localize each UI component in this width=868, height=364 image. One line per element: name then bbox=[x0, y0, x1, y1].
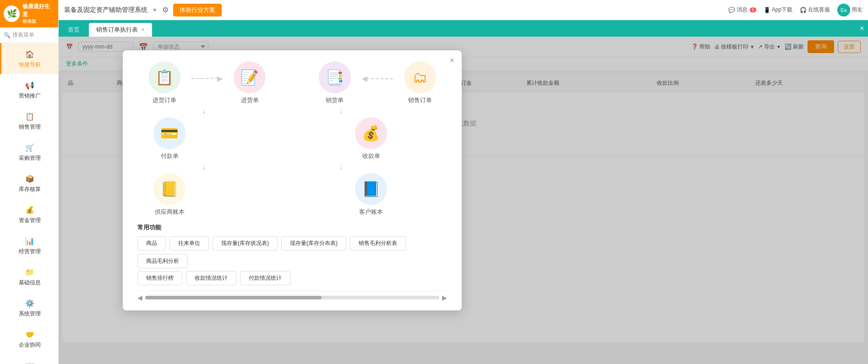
message-item[interactable]: 💬 消息 5 bbox=[728, 6, 756, 14]
flow-chart: 📋 进货订单 ▶ 📝 进货单 bbox=[137, 61, 447, 216]
flow-node-payment[interactable]: 💳 付款单 bbox=[137, 117, 202, 160]
sales-bill-icon: 📑 bbox=[326, 69, 344, 86]
purchase-order-circle[interactable]: 📋 bbox=[148, 61, 180, 93]
quick-nav-icon: 🏠 bbox=[24, 49, 35, 60]
func-btns-row1: 商品 往来单位 现存量(库存状况表) 现存量(库存分布表) 销售毛利分析表 商品… bbox=[137, 236, 447, 268]
sidebar-item-label-6: 经营管理 bbox=[19, 248, 41, 255]
service-icon: 🎧 bbox=[800, 7, 807, 13]
payment-icon: 💳 bbox=[160, 125, 179, 142]
receipt-circle[interactable]: 💰 bbox=[355, 117, 387, 149]
func-btn-product-profit[interactable]: 商品毛利分析 bbox=[137, 254, 188, 268]
sales-order-label: 销售订单 bbox=[408, 96, 432, 104]
tab-home-label: 首页 bbox=[68, 26, 80, 34]
flow-modal: × 📋 进货订单 ▶ 📝 bbox=[123, 50, 462, 310]
sidebar-item-label-1: 营销推广 bbox=[19, 92, 41, 100]
arrow-purchase-to-bill: ▶ bbox=[191, 74, 223, 92]
app-download-item[interactable]: 📱 App下载 bbox=[764, 6, 792, 14]
scroll-track[interactable] bbox=[145, 296, 439, 299]
flow-arrows-row: ↓ ↓ bbox=[137, 105, 447, 117]
search-icon: 🔍 bbox=[4, 32, 11, 38]
sidebar-item-finance[interactable]: 💰 资金管理 bbox=[0, 199, 58, 230]
customer-ledger-circle[interactable]: 📘 bbox=[355, 173, 387, 205]
purchase-bill-circle[interactable]: 📝 bbox=[234, 61, 266, 93]
down-arrow-icon-1: ↓ bbox=[202, 107, 206, 115]
flow-row-1: 📋 进货订单 ▶ 📝 进货单 bbox=[137, 61, 447, 104]
sidebar-item-sales[interactable]: 📋 销售管理 bbox=[0, 105, 58, 136]
left-arrow-icon: ▶ bbox=[362, 74, 367, 83]
purchase-bill-label: 进货单 bbox=[241, 96, 259, 104]
sidebar-item-operation[interactable]: 📊 经营管理 bbox=[0, 230, 58, 261]
operation-icon: 📊 bbox=[24, 235, 35, 246]
search-label: 搜索菜单 bbox=[12, 31, 34, 39]
flow-node-sales-bill[interactable]: 📑 销货单 bbox=[308, 61, 362, 104]
purchase-bill-icon: 📝 bbox=[240, 69, 259, 86]
sidebar-item-quick-nav[interactable]: 🏠 快捷导航 bbox=[0, 43, 58, 74]
sales-order-circle[interactable]: 🗂 bbox=[404, 61, 436, 93]
sales-bill-circle[interactable]: 📑 bbox=[319, 61, 351, 93]
payment-circle[interactable]: 💳 bbox=[153, 117, 186, 149]
tab-sales-order-exec[interactable]: 销售订单执行表 × bbox=[89, 23, 152, 37]
func-btn-sales-profit[interactable]: 销售毛利分析表 bbox=[350, 236, 406, 250]
tab-home[interactable]: 首页 bbox=[60, 23, 87, 37]
arrow-sales-order-to-bill: ▶ bbox=[362, 74, 393, 92]
sales-order-icon: 🗂 bbox=[413, 69, 427, 86]
gear-icon[interactable]: ⚙ bbox=[162, 5, 169, 14]
sidebar-item-system[interactable]: ⚙️ 系统管理 bbox=[0, 292, 58, 323]
dropdown-arrow-icon: ▼ bbox=[152, 7, 158, 13]
flow-row-2: 💳 付款单 💰 收款单 bbox=[137, 117, 447, 160]
supplier-ledger-circle[interactable]: 📒 bbox=[153, 173, 186, 205]
experience-btn[interactable]: 体验行业方案 bbox=[173, 4, 222, 16]
flow-node-purchase-bill[interactable]: 📝 进货单 bbox=[223, 61, 277, 104]
guide-icon: 📖 bbox=[24, 360, 35, 364]
down-arrow-icon-2: ↓ bbox=[339, 107, 343, 115]
close-all-tabs-icon[interactable]: × bbox=[859, 24, 864, 33]
top-header: 装备及固定资产辅助管理系统 ▼ ⚙ 体验行业方案 💬 消息 5 📱 App下载 … bbox=[59, 0, 868, 20]
sidebar-logo: 🌿 畅康通好生意 标准版 bbox=[0, 0, 58, 27]
tab-sales-order-exec-label: 销售订单执行表 bbox=[96, 26, 138, 34]
sidebar-search[interactable]: 🔍 搜索菜单 bbox=[0, 27, 58, 43]
flow-node-sales-order[interactable]: 🗂 销售订单 bbox=[393, 61, 447, 104]
cooperation-icon: 🤝 bbox=[24, 329, 35, 340]
modal-overlay[interactable]: × 📋 进货订单 ▶ 📝 bbox=[59, 37, 868, 364]
sidebar-item-marketing[interactable]: 📢 营销推广 bbox=[0, 74, 58, 105]
flow-node-purchase-order[interactable]: 📋 进货订单 bbox=[137, 61, 191, 104]
sidebar-item-cooperation[interactable]: 🤝 企业协同 bbox=[0, 323, 58, 354]
down-arrow-icon-4: ↓ bbox=[339, 163, 343, 171]
down-arrow-icon-3: ↓ bbox=[202, 163, 206, 171]
purchase-order-label: 进货订单 bbox=[153, 96, 176, 104]
tab-close-icon[interactable]: × bbox=[142, 27, 145, 33]
sales-icon: 📋 bbox=[24, 111, 35, 122]
logo-title: 畅康通好生意 bbox=[22, 3, 55, 18]
user-info[interactable]: Ea 用友 bbox=[837, 4, 863, 16]
func-btn-receipt-stats[interactable]: 收款情况统计 bbox=[186, 271, 236, 285]
func-btn-counterpart[interactable]: 往来单位 bbox=[169, 236, 209, 250]
online-service-item[interactable]: 🎧 在线客服 bbox=[800, 6, 830, 14]
purchase-order-icon: 📋 bbox=[155, 69, 174, 86]
supplier-ledger-label: 供应商账本 bbox=[155, 208, 185, 216]
receipt-label: 收款单 bbox=[362, 152, 380, 160]
supplier-ledger-icon: 📒 bbox=[160, 180, 179, 198]
sidebar-item-label-2: 销售管理 bbox=[19, 123, 41, 131]
down-arrow-sales: ↓ bbox=[275, 105, 376, 117]
basic-icon: 📁 bbox=[24, 266, 35, 277]
func-btn-product[interactable]: 商品 bbox=[137, 236, 166, 250]
sidebar-item-basic[interactable]: 📁 基础信息 bbox=[0, 261, 58, 292]
sidebar-nav: 🏠 快捷导航 📢 营销推广 📋 销售管理 🛒 采购管理 📦 库存核算 💰 资金管… bbox=[0, 43, 58, 364]
flow-node-receipt[interactable]: 💰 收款单 bbox=[339, 117, 403, 160]
sidebar-item-purchase[interactable]: 🛒 采购管理 bbox=[0, 136, 58, 168]
flow-node-supplier-ledger[interactable]: 📒 供应商账本 bbox=[137, 173, 202, 216]
receipt-icon: 💰 bbox=[362, 125, 380, 142]
scroll-left-arrow[interactable]: ◀ bbox=[137, 294, 142, 301]
flow-node-customer-ledger[interactable]: 📘 客户账本 bbox=[339, 173, 403, 216]
right-arrow-icon: ▶ bbox=[217, 74, 223, 83]
sidebar-item-guide[interactable]: 📖 新手引导 bbox=[0, 354, 58, 364]
sidebar-item-inventory[interactable]: 📦 库存核算 bbox=[0, 168, 58, 199]
func-btn-stock-status[interactable]: 现存量(库存状况表) bbox=[213, 236, 278, 250]
modal-scroll: ◀ ▶ bbox=[137, 291, 447, 301]
scroll-right-arrow[interactable]: ▶ bbox=[442, 294, 447, 301]
func-btn-sales-rank[interactable]: 销售排行榜 bbox=[137, 271, 182, 285]
message-badge: 5 bbox=[750, 7, 756, 12]
func-btn-payment-stats[interactable]: 付款情况统计 bbox=[240, 271, 290, 285]
modal-close-btn[interactable]: × bbox=[449, 56, 454, 65]
func-btn-stock-dist[interactable]: 现存量(库存分布表) bbox=[281, 236, 346, 250]
